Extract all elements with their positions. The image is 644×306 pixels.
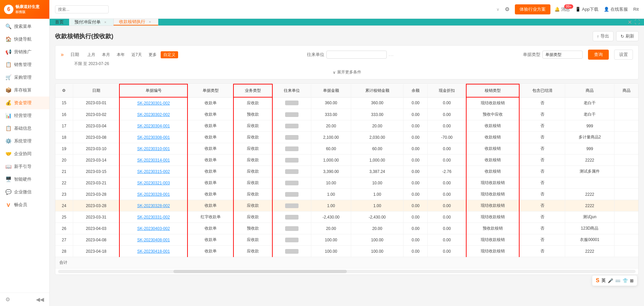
table-row[interactable]: 26 2023-04-03 SK-20230403-002 收款单 预收款 20…	[55, 223, 638, 234]
voucher-no-link[interactable]: SK-20230328-002	[137, 203, 170, 208]
td-write-off-type: 现结收款核销	[466, 200, 519, 211]
horizontal-scrollbar[interactable]	[58, 270, 636, 273]
td-date: 2023-04-03	[73, 223, 119, 234]
keyboard-icon[interactable]: ⌨️	[615, 278, 621, 283]
voucher-no-link[interactable]: SK-20230310-001	[137, 146, 170, 151]
table-row[interactable]: 22 2023-03-21 SK-20230321-003 收款单 应收款 10…	[55, 177, 638, 189]
export-button[interactable]: ↑ 导出	[593, 31, 614, 41]
date-pill-7days[interactable]: 近7天	[129, 51, 145, 58]
sidebar-item-sales[interactable]: 📋 销售管理	[0, 58, 49, 71]
table-row[interactable]: 27 2023-04-08 SK-20230408-001 收款单 应收款 10…	[55, 234, 638, 246]
voucher-no-link[interactable]: SK-20230321-003	[137, 181, 170, 185]
table-row[interactable]: 18 2023-03-08 SK-20230308-001 收款单 应收款 2,…	[55, 132, 638, 143]
close-window-icon[interactable]: ✕	[628, 19, 632, 25]
td-date: 2023-03-28	[73, 189, 119, 200]
voucher-type-select[interactable]: 单据类型	[542, 51, 583, 59]
sidebar-item-system[interactable]: ⚙️ 系统管理	[0, 135, 49, 147]
more-options-icon[interactable]: ...	[389, 52, 394, 57]
table-row[interactable]: 15 2023-03-01 SK-20230301-002 收款单 应收款 36…	[55, 97, 638, 109]
td-product2	[614, 246, 638, 257]
sidebar-item-quicknav[interactable]: 🏠 快捷导航	[0, 33, 49, 46]
sidebar-item-inventory[interactable]: 📦 库存核算	[0, 84, 49, 97]
date-pill-more[interactable]: 更多	[146, 51, 159, 58]
scroll-thumb[interactable]	[173, 270, 347, 273]
filter-settings-button[interactable]: 设置	[614, 50, 633, 60]
td-voucher-no: SK-20230304-001	[119, 120, 187, 132]
sidebar-item-newguide[interactable]: 📖 新手引导	[0, 160, 49, 173]
voucher-no-link[interactable]: SK-20230331-002	[137, 215, 170, 220]
sidebar-item-search[interactable]: 🔍 搜索菜单	[0, 20, 49, 33]
expand-more-button[interactable]: ∨ 展开更多条件	[61, 69, 633, 75]
expand-btn[interactable]: »	[61, 52, 64, 58]
online-service-button[interactable]: 👤 在线客服	[604, 6, 628, 12]
sidebar-item-member[interactable]: V 畅会员	[0, 198, 49, 211]
table-row[interactable]: 19 2023-03-10 SK-20230310-001 收款单 应收款 60…	[55, 143, 638, 155]
sidebar-item-operations[interactable]: 📊 经营管理	[0, 109, 49, 122]
query-button[interactable]: 查询	[588, 50, 609, 60]
table-row[interactable]: 25 2023-03-31 SK-20230331-002 红字收款单 应收款 …	[55, 211, 638, 223]
tab-receipt-close-icon[interactable]: ×	[147, 19, 153, 24]
counter-party-input[interactable]	[326, 51, 387, 59]
voucher-no-link[interactable]: SK-20230304-001	[137, 124, 170, 128]
date-pill-this-month[interactable]: 本月	[99, 51, 113, 58]
voucher-no-link[interactable]: SK-20230328-001	[137, 192, 170, 197]
topbar-gear-icon[interactable]: ⚙	[503, 5, 511, 14]
voucher-no-link[interactable]: SK-20230302-002	[137, 112, 170, 117]
voucher-no-link[interactable]: SK-20230315-002	[137, 169, 170, 174]
notification-button[interactable]: 🔔 消息 99+	[554, 6, 570, 12]
sidebar-item-marketing[interactable]: 📢 营销推广	[0, 46, 49, 58]
table-row[interactable]: 16 2023-03-02 SK-20230302-002 收款单 预收款 33…	[55, 109, 638, 120]
td-cash-discount: 0.00	[428, 200, 466, 211]
system-icon: ⚙️	[5, 138, 11, 144]
table-row[interactable]: 23 2023-03-28 SK-20230328-001 收款单 应收款 1.…	[55, 189, 638, 200]
settings-icon[interactable]: ⚙	[5, 296, 10, 303]
sidebar-item-wechat[interactable]: 💬 企业微信	[0, 186, 49, 198]
table-row[interactable]: 24 2023-03-28 SK-20230328-002 收款单 应收款 1.…	[55, 200, 638, 211]
td-voucher-no: SK-20230314-001	[119, 155, 187, 166]
sidebar-item-finance[interactable]: 💰 资金管理	[0, 97, 49, 109]
td-no: 24	[55, 200, 73, 211]
shirt-icon[interactable]: 👕	[623, 278, 628, 283]
tab-prepay-close-icon[interactable]: ×	[103, 19, 108, 25]
mic-icon[interactable]: 🎤	[608, 278, 613, 283]
column-setting-icon[interactable]: ⚙	[62, 88, 66, 93]
date-pill-custom[interactable]: 自定义	[161, 51, 178, 58]
solution-button[interactable]: 体验行业方案	[515, 4, 550, 14]
sidebar-item-basic[interactable]: 📋 基础信息	[0, 122, 49, 135]
sidebar-item-enterprise[interactable]: 🤝 企业协同	[0, 147, 49, 160]
maximize-icon[interactable]: ⛶	[635, 19, 640, 25]
sidebar-item-label: 企业微信	[14, 189, 32, 195]
table-row[interactable]: 28 2023-04-18 SK-20230418-001 收款单 应收款 10…	[55, 246, 638, 257]
td-product2	[614, 132, 638, 143]
th-setting[interactable]: ⚙	[55, 84, 73, 97]
date-pill-this-year[interactable]: 本年	[114, 51, 127, 58]
app-download-button[interactable]: 📱 App下载	[575, 6, 598, 12]
voucher-no-link[interactable]: SK-20230301-002	[137, 101, 170, 106]
table-total-row: 合计	[55, 257, 638, 268]
table-row[interactable]: 17 2023-03-04 SK-20230304-001 收款单 应收款 20…	[55, 120, 638, 132]
global-search-input[interactable]	[55, 5, 109, 13]
collapse-sidebar-icon[interactable]: ◀◀	[36, 296, 44, 303]
td-voucher-no: SK-20230308-001	[119, 132, 187, 143]
td-biz-type: 预收款	[233, 223, 272, 234]
date-pill-last-month[interactable]: 上月	[85, 51, 98, 58]
voucher-no-link[interactable]: SK-20230418-001	[137, 249, 170, 254]
td-voucher-no: SK-20230408-001	[119, 234, 187, 246]
table-row[interactable]: 20 2023-03-14 SK-20230314-001 收款单 应收款 1,…	[55, 155, 638, 166]
sidebar-item-hardware[interactable]: 🖥️ 智能硬件	[0, 173, 49, 186]
sidebar-item-label: 资金管理	[14, 100, 32, 106]
td-amount: 10.00	[311, 177, 351, 189]
table-row[interactable]: 21 2023-03-15 SK-20230315-002 收款单 应收款 3,…	[55, 166, 638, 177]
voucher-no-link[interactable]: SK-20230408-001	[137, 238, 170, 242]
voucher-no-link[interactable]: SK-20230314-001	[137, 158, 170, 163]
tab-home[interactable]: 首页	[50, 19, 69, 25]
grid-icon[interactable]: ⊞	[630, 278, 634, 283]
td-product2	[614, 189, 638, 200]
tab-prepay[interactable]: 预付冲应付单 ×	[69, 19, 113, 25]
tab-receipt-exec[interactable]: 收款核销执行 ×	[113, 19, 158, 25]
sidebar-item-purchase[interactable]: 🛒 采购管理	[0, 71, 49, 84]
voucher-no-link[interactable]: SK-20230403-002	[137, 226, 170, 231]
voucher-no-link[interactable]: SK-20230308-001	[137, 135, 170, 140]
sidebar-item-label: 智能硬件	[14, 176, 32, 182]
refresh-button[interactable]: ↻ 刷新	[616, 31, 639, 41]
